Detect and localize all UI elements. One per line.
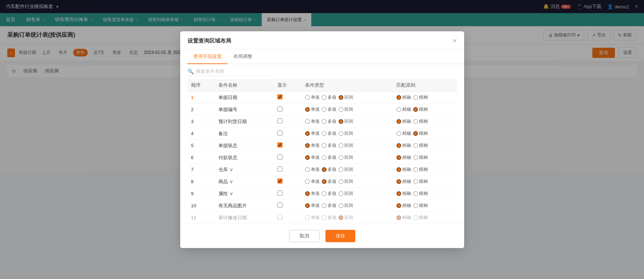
col-match: 匹配原则 — [393, 79, 457, 92]
match-radio-fuzzy[interactable] — [413, 131, 418, 136]
table-row: 2单据编号单值多值区间精确模糊 — [187, 103, 457, 115]
table-row: 3预计到货日期单值多值区间精确模糊 — [187, 115, 457, 127]
row-match[interactable]: 精确模糊 — [393, 103, 457, 115]
match-radio-exact[interactable] — [396, 131, 401, 136]
type-radio-single[interactable] — [305, 119, 310, 124]
row-order: 1 — [187, 91, 215, 103]
type-radio-range[interactable] — [339, 95, 343, 100]
row-type[interactable]: 单值多值区间 — [301, 140, 393, 152]
row-type[interactable]: 单值多值区间 — [301, 91, 393, 103]
row-display[interactable] — [274, 115, 301, 127]
table-row: 1单据日期单值多值区间精确模糊 — [187, 91, 457, 103]
row-name: 付款状态 — [215, 152, 274, 164]
row-match[interactable]: 精确模糊 — [393, 127, 457, 140]
match-radio-exact[interactable] — [396, 95, 401, 100]
table-row: 5单据状态单值多值区间精确模糊 — [187, 140, 457, 152]
dialog-search-area: 🔍 — [180, 64, 464, 79]
row-display[interactable] — [274, 164, 301, 170]
tab-query-fields[interactable]: 查询字段设置 — [187, 50, 228, 64]
match-radio-exact[interactable] — [396, 155, 401, 160]
row-type[interactable]: 单值多值区间 — [301, 152, 393, 164]
row-order: 4 — [187, 127, 215, 140]
type-radio-single[interactable] — [305, 155, 310, 160]
match-radio-fuzzy[interactable] — [413, 107, 418, 112]
match-radio-exact[interactable] — [396, 107, 401, 112]
type-radio-range[interactable] — [339, 155, 343, 160]
table-row: 4备注单值多值区间精确模糊 — [187, 127, 457, 140]
type-radio-range[interactable] — [339, 119, 343, 124]
type-radio-single[interactable] — [305, 107, 310, 112]
match-radio-fuzzy[interactable] — [413, 155, 418, 160]
match-radio-fuzzy[interactable] — [413, 95, 418, 100]
dialog-table: 顺序 条件名称 显示 条件类型 匹配原则 1单据日期单值多值区间精确模糊2单据编… — [187, 79, 457, 171]
table-row: 7仓库 ∨单值多值区间精确模糊 — [187, 164, 457, 170]
match-radio-exact[interactable] — [396, 119, 401, 124]
row-type[interactable]: 单值多值区间 — [301, 127, 393, 140]
match-radio-fuzzy[interactable] — [413, 143, 418, 148]
row-name: 单据编号 — [215, 103, 274, 115]
type-radio-multi[interactable] — [322, 119, 327, 124]
type-radio-range[interactable] — [339, 143, 343, 148]
row-order: 3 — [187, 115, 215, 127]
display-checkbox[interactable] — [277, 142, 283, 148]
row-match[interactable]: 精确模糊 — [393, 91, 457, 103]
row-order: 5 — [187, 140, 215, 152]
row-type[interactable]: 单值多值区间 — [301, 164, 393, 170]
col-name: 条件名称 — [215, 79, 274, 92]
type-radio-multi[interactable] — [322, 167, 327, 170]
dialog-title: 设置查询区域布局 — [187, 38, 231, 44]
match-radio-fuzzy[interactable] — [413, 167, 418, 170]
display-checkbox[interactable] — [277, 118, 283, 123]
row-type[interactable]: 单值多值区间 — [301, 103, 393, 115]
dialog-table-wrapper: 顺序 条件名称 显示 条件类型 匹配原则 1单据日期单值多值区间精确模糊2单据编… — [180, 79, 464, 171]
type-radio-multi[interactable] — [322, 131, 327, 136]
match-radio-exact[interactable] — [396, 143, 401, 148]
display-checkbox[interactable] — [277, 166, 283, 170]
row-display[interactable] — [274, 91, 301, 103]
search-icon: 🔍 — [187, 68, 194, 74]
type-radio-single[interactable] — [305, 143, 310, 148]
row-match[interactable]: 精确模糊 — [393, 152, 457, 164]
match-radio-fuzzy[interactable] — [413, 119, 418, 124]
type-radio-multi[interactable] — [322, 95, 327, 100]
type-radio-multi[interactable] — [322, 107, 327, 112]
type-radio-single[interactable] — [305, 167, 310, 170]
type-radio-range[interactable] — [339, 107, 343, 112]
row-display[interactable] — [274, 103, 301, 115]
dialog-header: 设置查询区域布局 × — [180, 31, 464, 50]
type-radio-single[interactable] — [305, 95, 310, 100]
row-name: 仓库 ∨ — [215, 164, 274, 170]
display-checkbox[interactable] — [277, 154, 283, 160]
col-display: 显示 — [274, 79, 301, 92]
type-radio-multi[interactable] — [322, 155, 327, 160]
type-radio-range[interactable] — [339, 131, 343, 136]
display-checkbox[interactable] — [277, 106, 283, 111]
modal-overlay: 设置查询区域布局 × 查询字段设置 布局调整 🔍 顺序 — [0, 0, 644, 170]
row-display[interactable] — [274, 140, 301, 152]
col-order: 顺序 — [187, 79, 215, 92]
dialog-close-button[interactable]: × — [453, 37, 457, 45]
type-radio-multi[interactable] — [322, 143, 327, 148]
settings-dialog: 设置查询区域布局 × 查询字段设置 布局调整 🔍 顺序 — [180, 31, 464, 171]
row-name: 单据日期 — [215, 91, 274, 103]
type-radio-range[interactable] — [339, 167, 343, 170]
row-display[interactable] — [274, 127, 301, 140]
type-radio-single[interactable] — [305, 131, 310, 136]
search-input[interactable] — [196, 68, 261, 74]
display-checkbox[interactable] — [277, 130, 283, 135]
row-name: 备注 — [215, 127, 274, 140]
row-match[interactable]: 精确模糊 — [393, 115, 457, 127]
row-match[interactable]: 精确模糊 — [393, 140, 457, 152]
row-match[interactable]: 精确模糊 — [393, 164, 457, 170]
row-display[interactable] — [274, 152, 301, 164]
row-order: 2 — [187, 103, 215, 115]
row-order: 6 — [187, 152, 215, 164]
display-checkbox[interactable] — [277, 94, 283, 99]
tab-layout-adjust[interactable]: 布局调整 — [228, 50, 258, 64]
dialog-tabs: 查询字段设置 布局调整 — [180, 50, 464, 64]
row-name: 预计到货日期 — [215, 115, 274, 127]
table-row: 6付款状态单值多值区间精确模糊 — [187, 152, 457, 164]
row-name: 单据状态 — [215, 140, 274, 152]
row-type[interactable]: 单值多值区间 — [301, 115, 393, 127]
match-radio-exact[interactable] — [396, 167, 401, 170]
